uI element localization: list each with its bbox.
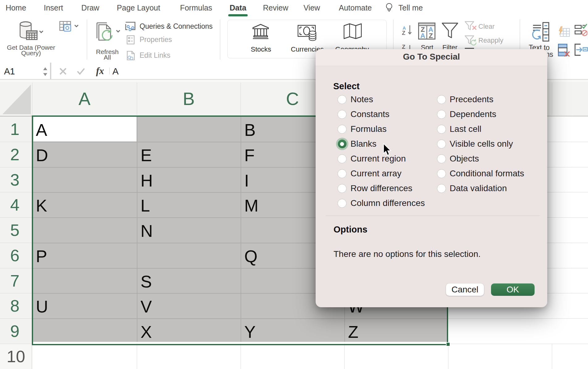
svg-text:Z: Z: [402, 30, 405, 36]
svg-text:A: A: [420, 32, 425, 40]
svg-text:Z: Z: [429, 32, 433, 40]
